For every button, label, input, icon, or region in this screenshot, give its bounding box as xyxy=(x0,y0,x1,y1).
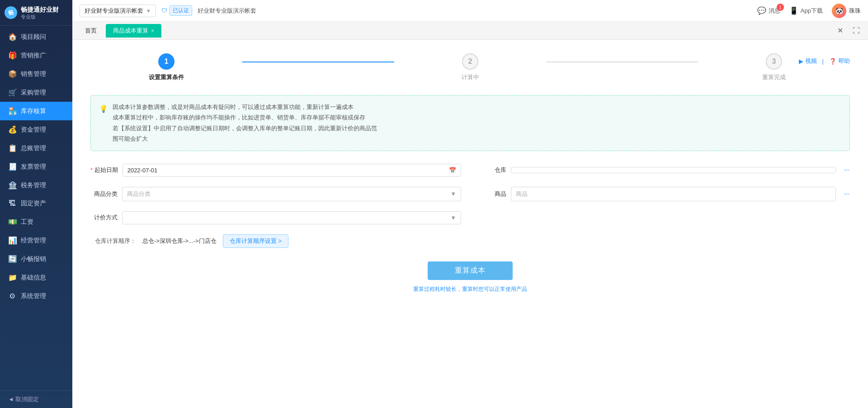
app-title: 畅捷通好业财 xyxy=(21,5,59,14)
purchase-icon: 🛒 xyxy=(8,88,16,97)
verified-badge: 🛡 已认证 xyxy=(161,5,192,16)
sidebar-item-purchase[interactable]: 🛒 采购管理 xyxy=(0,83,72,102)
sidebar-item-finance[interactable]: 💰 资金管理 xyxy=(0,120,72,139)
message-badge: 1 xyxy=(777,4,784,11)
sidebar-item-expense[interactable]: 🔄 小畅报销 xyxy=(0,250,72,268)
start-date-field: 起始日期 2022-07-01 📅 xyxy=(90,164,461,177)
notice-line-4: 围可能会扩大 xyxy=(113,133,377,144)
sidebar-item-label: 小畅报销 xyxy=(21,255,46,263)
main-content: 1 设置重算条件 2 计算中 3 重算完成 ▶ 视频 xyxy=(72,40,868,408)
goods-input[interactable]: 商品 xyxy=(511,187,836,201)
sidebar-item-label: 发票管理 xyxy=(21,163,46,171)
step-1-circle: 1 xyxy=(158,53,175,70)
sidebar-item-salary[interactable]: 💵 工资 xyxy=(0,213,72,231)
sidebar-item-basic[interactable]: 📁 基础信息 xyxy=(0,268,72,287)
sidebar-logo: 畅 畅捷通好业财 专业版 xyxy=(0,0,72,26)
tabbar-right: ✕ ⛶ xyxy=(834,24,863,37)
sidebar-item-label: 税务管理 xyxy=(21,181,46,190)
form-row-1: 起始日期 2022-07-01 📅 仓库 ··· xyxy=(90,164,850,177)
close-window-button[interactable]: ✕ xyxy=(834,24,846,37)
warehouse-field: 仓库 ··· xyxy=(479,166,850,174)
app-download-button[interactable]: 📱 App下载 xyxy=(789,6,823,15)
sidebar-item-marketing[interactable]: 🎁 营销推广 xyxy=(0,46,72,65)
sidebar-item-system[interactable]: ⚙ 系统管理 xyxy=(0,287,72,305)
notice-box: 💡 因成本计算参数调整，或是对商品成本有疑问时，可以通过成本重算功能，重新计算一… xyxy=(90,95,850,151)
calendar-icon[interactable]: 📅 xyxy=(449,167,456,174)
topbar-right: 💬 消息 1 📱 App下载 🐼 珠珠 xyxy=(757,4,861,18)
warehouse-order-label: 仓库计算顺序： xyxy=(95,237,136,245)
question-icon: ❓ xyxy=(829,58,836,65)
sidebar-item-label: 总账管理 xyxy=(21,144,46,152)
sidebar-item-operation[interactable]: 📊 经营管理 xyxy=(0,231,72,250)
step-2-label: 计算中 xyxy=(462,73,479,81)
price-method-select[interactable]: ▼ xyxy=(122,211,461,224)
user-menu[interactable]: 🐼 珠珠 xyxy=(832,4,861,18)
assets-icon: 🏗 xyxy=(8,199,16,208)
sidebar-item-tax[interactable]: 🏦 税务管理 xyxy=(0,176,72,195)
tab-active-label: 商品成本重算 xyxy=(113,27,148,35)
message-button[interactable]: 💬 消息 1 xyxy=(757,6,780,15)
sidebar-item-inventory[interactable]: 🏪 库存核算 xyxy=(0,102,72,120)
sales-icon: 📦 xyxy=(8,70,16,78)
notice-line-1: 因成本计算参数调整，或是对商品成本有疑问时，可以通过成本重算功能，重新计算一遍成… xyxy=(113,102,377,112)
steps-help: ▶ 视频 | ❓ 帮助 xyxy=(799,57,850,65)
app-download-label: App下载 xyxy=(801,7,823,15)
system-icon: ⚙ xyxy=(8,292,16,300)
step-3-circle: 3 xyxy=(766,53,782,70)
help-link[interactable]: ❓ 帮助 xyxy=(829,57,850,65)
notice-line-2: 成本重算过程中，影响库存账的操作均不能操作，比如进货单、销货单、库存单据不能审核… xyxy=(113,112,377,123)
basic-icon: 📁 xyxy=(8,273,16,282)
tab-home-label: 首页 xyxy=(85,27,97,35)
chevron-down-icon: ▼ xyxy=(146,8,151,14)
phone-icon: 📱 xyxy=(789,6,798,15)
recalculate-button[interactable]: 重算成本 xyxy=(428,261,513,280)
warning-icon: 💡 xyxy=(99,103,108,144)
goods-more-icon[interactable]: ··· xyxy=(844,190,850,198)
submit-hint: 重算过程耗时较长，重算时您可以正常使用产品 xyxy=(413,285,527,293)
sidebar-item-label: 销售管理 xyxy=(21,70,46,78)
goods-label: 商品 xyxy=(479,190,506,198)
tabbar: 首页 商品成本重算 × ✕ ⛶ xyxy=(72,22,868,40)
category-select[interactable]: 商品分类 ▼ xyxy=(122,187,461,201)
main-area: 好业财专业版演示帐套 ▼ 🛡 已认证 好业财专业版演示帐套 💬 消息 1 📱 A… xyxy=(72,0,868,408)
step-line-1 xyxy=(242,62,394,62)
sidebar-item-sales[interactable]: 📦 销售管理 xyxy=(0,65,72,83)
warehouse-more-icon[interactable]: ··· xyxy=(844,166,850,174)
shield-icon: 🛡 xyxy=(161,7,167,14)
expand-window-button[interactable]: ⛶ xyxy=(850,24,863,37)
sidebar-item-label: 库存核算 xyxy=(21,107,46,115)
submit-area: 重算成本 重算过程耗时较长，重算时您可以正常使用产品 xyxy=(90,261,850,293)
inventory-icon: 🏪 xyxy=(8,107,16,115)
goods-field: 商品 商品 ··· xyxy=(479,187,850,201)
finance-icon: 💰 xyxy=(8,125,16,134)
warehouse-input[interactable] xyxy=(511,167,836,173)
notice-text: 因成本计算参数调整，或是对商品成本有疑问时，可以通过成本重算功能，重新计算一遍成… xyxy=(113,102,377,144)
warehouse-label: 仓库 xyxy=(479,166,506,174)
start-date-input[interactable]: 2022-07-01 📅 xyxy=(123,164,461,177)
verified-label: 已认证 xyxy=(170,5,192,16)
tab-close-icon[interactable]: × xyxy=(151,28,154,34)
sidebar-item-invoice[interactable]: 🧾 发票管理 xyxy=(0,157,72,176)
warehouse-order-settings-label: 仓库计算顺序设置 > xyxy=(230,237,282,245)
play-icon: ▶ xyxy=(799,58,803,65)
warehouse-order-settings-button[interactable]: 仓库计算顺序设置 > xyxy=(223,234,288,248)
tab-home[interactable]: 首页 xyxy=(78,24,104,38)
sidebar-item-label: 资金管理 xyxy=(21,126,46,134)
company-selector[interactable]: 好业财专业版演示帐套 ▼ xyxy=(80,5,156,17)
step-2: 2 计算中 xyxy=(394,53,546,81)
unpin-label: ◄ 取消固定 xyxy=(8,395,39,403)
sidebar-item-account[interactable]: 📋 总账管理 xyxy=(0,139,72,157)
tab-cost-recalc[interactable]: 商品成本重算 × xyxy=(106,24,161,38)
step-1-label: 设置重算条件 xyxy=(149,73,184,81)
avatar: 🐼 xyxy=(832,4,846,18)
category-label: 商品分类 xyxy=(90,190,118,198)
step-2-circle: 2 xyxy=(462,53,478,70)
sidebar-unpin-button[interactable]: ◄ 取消固定 xyxy=(0,390,72,408)
video-help-link[interactable]: ▶ 视频 xyxy=(799,57,817,65)
message-icon: 💬 xyxy=(757,6,766,15)
chevron-down-icon: ▼ xyxy=(450,190,456,197)
sidebar-item-project[interactable]: 🏠 项目顾问 xyxy=(0,28,72,46)
sidebar-item-assets[interactable]: 🏗 固定资产 xyxy=(0,195,72,213)
chevron-down-icon: ▼ xyxy=(450,214,456,221)
sidebar-item-label: 营销推广 xyxy=(21,52,46,60)
